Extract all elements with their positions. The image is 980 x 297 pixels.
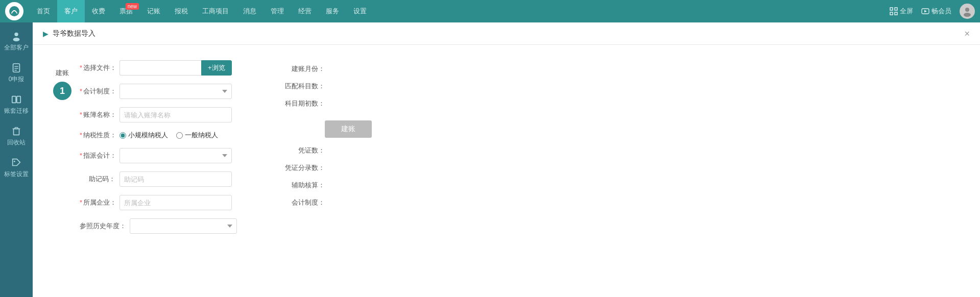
jianzhang-action-button[interactable]: 建账 (325, 120, 372, 138)
trash-icon (11, 126, 22, 137)
nav-items: 首页 客户 收费 票据 new 记账 报税 工商项目 消息 管理 经营 服务 设… (30, 0, 890, 22)
sidebar-item-account-migrate-label: 账套迁移 (4, 107, 29, 115)
sidebar-item-recycle[interactable]: 回收站 (0, 121, 33, 151)
nav-home[interactable]: 首页 (30, 0, 57, 22)
ledger-name-input[interactable] (119, 107, 232, 122)
memo-code-input[interactable] (119, 171, 232, 187)
svg-point-7 (965, 8, 969, 12)
form-left: 建账 1 *选择文件： +浏览 (53, 60, 253, 234)
match-subjects-row: 匹配科目数： (284, 82, 417, 91)
avatar[interactable] (960, 4, 975, 19)
nav-fee[interactable]: 收费 (85, 0, 112, 22)
nav-msg[interactable]: 消息 (236, 0, 264, 22)
form-columns: 建账 1 *选择文件： +浏览 (53, 60, 960, 234)
tax-general-radio-input[interactable] (176, 132, 183, 139)
svg-rect-11 (13, 64, 20, 72)
member-label: 畅会员 (931, 7, 951, 16)
nav-service[interactable]: 服务 (319, 0, 346, 22)
tax-type-radio-group: 小规模纳税人 一般纳税人 (119, 131, 218, 140)
migrate-icon (11, 94, 22, 105)
sidebar-item-account-migrate[interactable]: 账套迁移 (0, 90, 33, 119)
assign-accountant-row: *指派会计： (80, 148, 253, 163)
reference-year-select[interactable] (130, 218, 237, 234)
main-content: ▶ 导爷数据导入 × 建账 1 (33, 22, 980, 297)
affiliated-company-row: *所属企业： (80, 195, 253, 210)
right-accounting-system-label: 会计制度： (284, 198, 325, 207)
tax-type-row: *纳税性质： 小规模纳税人 一般纳税人 (80, 131, 253, 140)
accounting-system-label: *会计制度： (80, 87, 115, 96)
ledger-name-row: *账簿名称： (80, 107, 253, 122)
sidebar-item-declaration[interactable]: 0申报 (0, 58, 33, 88)
nav-tax[interactable]: 报税 (168, 0, 195, 22)
file-input-group: +浏览 (119, 60, 232, 76)
nav-ledger[interactable]: 记账 (140, 0, 168, 22)
svg-rect-1 (890, 8, 893, 10)
reference-year-label: 参照历史年度： (80, 221, 126, 231)
document-icon (11, 62, 22, 73)
nav-invoice[interactable]: 票据 new (112, 0, 140, 22)
fullscreen-icon (890, 7, 898, 15)
sidebar-item-all-clients[interactable]: 全部客户 (0, 27, 33, 56)
page-header: ▶ 导爷数据导入 × (33, 22, 980, 45)
tag-icon (11, 157, 22, 168)
svg-point-8 (964, 13, 971, 17)
voucher-entries-row: 凭证分录数： (284, 163, 417, 172)
person-icon (11, 31, 22, 42)
svg-rect-17 (14, 129, 19, 135)
aux-accounting-label: 辅助核算： (284, 181, 325, 190)
tax-general-radio[interactable]: 一般纳税人 (176, 131, 218, 140)
topnav: 首页 客户 收费 票据 new 记账 报税 工商项目 消息 管理 经营 服务 设… (0, 0, 980, 22)
voucher-count-label: 凭证数： (284, 146, 325, 155)
svg-marker-6 (924, 10, 927, 13)
sidebar-item-recycle-label: 回收站 (7, 138, 26, 147)
sidebar-item-declaration-label: 0申报 (9, 75, 25, 84)
memo-code-row: 助记码： (80, 171, 253, 187)
jianzhang-month-label: 建账月份： (284, 64, 325, 73)
logo[interactable] (5, 2, 23, 20)
svg-rect-3 (890, 12, 893, 15)
select-file-row: *选择文件： +浏览 (80, 60, 253, 76)
svg-point-22 (14, 161, 15, 162)
step-badge: 1 (53, 82, 71, 100)
accounting-system-row: *会计制度： (80, 84, 253, 99)
affiliated-company-label: *所属企业： (80, 198, 115, 207)
nav-customer[interactable]: 客户 (57, 0, 85, 22)
svg-point-10 (13, 38, 20, 41)
form-right: 建账月份： 匹配科目数： 科目期初数： 建账 凭证 (284, 64, 417, 207)
tax-small-radio[interactable]: 小规模纳税人 (119, 131, 168, 140)
fullscreen-btn[interactable]: 全屏 (890, 7, 913, 16)
jianzhang-label: 建账 (56, 68, 69, 78)
svg-point-9 (14, 33, 18, 36)
browse-button[interactable]: +浏览 (201, 60, 232, 76)
sidebar: 全部客户 0申报 账套迁移 (0, 22, 33, 297)
fullscreen-label: 全屏 (900, 7, 913, 16)
file-path-input[interactable] (119, 60, 201, 76)
aux-accounting-row: 辅助核算： (284, 181, 417, 190)
svg-rect-16 (17, 96, 20, 103)
page-title: 导爷数据导入 (53, 29, 95, 38)
jianzhang-month-row: 建账月份： (284, 64, 417, 73)
tax-small-radio-input[interactable] (119, 132, 126, 139)
nav-bizproject[interactable]: 工商项目 (195, 0, 236, 22)
main-layout: 全部客户 0申报 账套迁移 (0, 22, 980, 297)
nav-invoice-badge: new (126, 3, 139, 10)
assign-accountant-label: *指派会计： (80, 151, 115, 160)
member-btn[interactable]: 畅会员 (921, 7, 951, 16)
close-button[interactable]: × (964, 29, 970, 38)
right-accounting-system-row: 会计制度： (284, 198, 417, 207)
nav-ops[interactable]: 经营 (291, 0, 319, 22)
nav-settings[interactable]: 设置 (346, 0, 374, 22)
accounting-system-select[interactable] (119, 84, 232, 99)
sidebar-item-tag-settings[interactable]: 标签设置 (0, 153, 33, 183)
svg-point-0 (9, 6, 19, 16)
assign-accountant-select[interactable] (119, 148, 232, 163)
voucher-count-row: 凭证数： (284, 146, 417, 155)
form-fields: *选择文件： +浏览 *会计制度： (80, 60, 253, 234)
ledger-name-label: *账簿名称： (80, 110, 115, 119)
import-icon: ▶ (43, 30, 49, 38)
select-file-label: *选择文件： (80, 63, 115, 72)
match-subjects-label: 匹配科目数： (284, 82, 325, 91)
nav-admin[interactable]: 管理 (264, 0, 291, 22)
sidebar-item-all-clients-label: 全部客户 (4, 43, 29, 52)
affiliated-company-input[interactable] (119, 195, 232, 210)
